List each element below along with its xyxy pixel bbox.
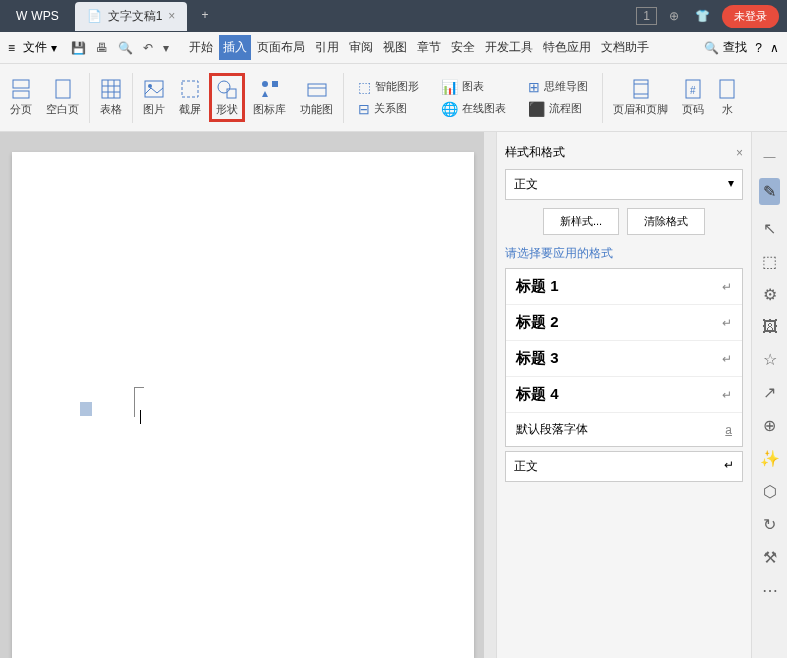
tab-security[interactable]: 安全 [447, 35, 479, 60]
menubar-right: 🔍 查找 ? ∧ [704, 39, 779, 56]
pagenum-icon: # [682, 78, 704, 100]
svg-marker-15 [262, 91, 268, 97]
print-icon[interactable]: 🖶 [94, 39, 110, 57]
style-marker-icon: ↵ [722, 316, 732, 330]
watermark-button[interactable]: 水 [712, 74, 742, 121]
style-select[interactable]: 正文 ▾ [505, 169, 743, 200]
headerfooter-label: 页眉和页脚 [613, 102, 668, 117]
screenshot-button[interactable]: 截屏 [173, 74, 207, 121]
smartgraphic-button[interactable]: ⬚智能图形 [354, 77, 423, 97]
panel-buttons: 新样式... 清除格式 [505, 208, 743, 235]
image-button[interactable]: 图片 [137, 74, 171, 121]
tab-label: 文字文稿1 [108, 8, 163, 25]
blankpage-button[interactable]: 空白页 [40, 74, 85, 121]
settings-icon[interactable]: ⚙ [763, 285, 777, 304]
mindmap-button[interactable]: ⊞思维导图 [524, 77, 592, 97]
collapse-icon[interactable]: ∧ [770, 41, 779, 55]
preview-icon[interactable]: 🔍 [116, 39, 135, 57]
document-area[interactable] [0, 132, 484, 658]
style-item-heading3[interactable]: 标题 3 ↵ [506, 341, 742, 377]
vertical-scrollbar[interactable] [484, 132, 496, 658]
tab-start[interactable]: 开始 [185, 35, 217, 60]
pagebreak-button[interactable]: 分页 [4, 74, 38, 121]
panel-header: 样式和格式 × [505, 140, 743, 169]
feature-button[interactable]: 功能图 [294, 74, 339, 121]
current-style-item[interactable]: 正文 ↵ [505, 451, 743, 482]
image-icon [143, 78, 165, 100]
style-name: 标题 3 [516, 349, 559, 368]
tab-reference[interactable]: 引用 [311, 35, 343, 60]
table-button[interactable]: 表格 [94, 74, 128, 121]
style-marker-icon: a [725, 423, 732, 437]
tab-devtools[interactable]: 开发工具 [481, 35, 537, 60]
clear-format-button[interactable]: 清除格式 [627, 208, 705, 235]
history-icon[interactable]: ↻ [763, 515, 776, 534]
tab-layout[interactable]: 页面布局 [253, 35, 309, 60]
save-icon[interactable]: 💾 [69, 39, 88, 57]
group-mind: ⊞思维导图 ⬛流程图 [518, 73, 598, 123]
login-button[interactable]: 未登录 [722, 5, 779, 28]
shield-icon[interactable]: ⬡ [763, 482, 777, 501]
add-tab-button[interactable]: + [191, 2, 218, 31]
style-item-heading4[interactable]: 标题 4 ↵ [506, 377, 742, 413]
feature-label: 功能图 [300, 102, 333, 117]
svg-text:#: # [690, 85, 696, 96]
link-icon[interactable]: ⊕ [763, 416, 776, 435]
style-item-heading1[interactable]: 标题 1 ↵ [506, 269, 742, 305]
close-icon[interactable]: × [168, 9, 175, 23]
new-style-button[interactable]: 新样式... [543, 208, 619, 235]
style-item-default-font[interactable]: 默认段落字体 a [506, 413, 742, 446]
document-tab[interactable]: 📄 文字文稿1 × [75, 2, 188, 31]
skin-icon[interactable]: 👕 [691, 5, 714, 27]
gallery-icon[interactable]: 🖼 [762, 318, 778, 336]
cursor-icon[interactable]: ↖ [763, 219, 776, 238]
cloud-icon[interactable]: ⊕ [665, 5, 683, 27]
flowchart-button[interactable]: ⬛流程图 [524, 99, 586, 119]
relation-icon: ⊟ [358, 101, 370, 117]
document-page[interactable] [12, 152, 474, 658]
svg-rect-10 [182, 81, 198, 97]
share-icon[interactable]: ↗ [763, 383, 776, 402]
undo-icon[interactable]: ↶ [141, 39, 155, 57]
app-logo: W WPS [8, 9, 67, 23]
tools-icon[interactable]: ⚒ [763, 548, 777, 567]
search-icon: 🔍 [704, 41, 719, 55]
file-menu[interactable]: 文件 ▾ [17, 35, 63, 60]
tab-helper[interactable]: 文档助手 [597, 35, 653, 60]
shape-button[interactable]: 形状 [209, 73, 245, 122]
chart-button[interactable]: 📊图表 [437, 77, 488, 97]
wps-icon: W [16, 9, 27, 23]
more-icon[interactable]: ⋯ [762, 581, 778, 600]
pencil-icon[interactable]: ✎ [759, 178, 780, 205]
group-smart: ⬚智能图形 ⊟关系图 [348, 73, 429, 123]
tab-view[interactable]: 视图 [379, 35, 411, 60]
hamburger-icon[interactable]: ≡ [8, 41, 15, 55]
tab-insert[interactable]: 插入 [219, 35, 251, 60]
panel-close-icon[interactable]: × [736, 146, 743, 160]
more-icon[interactable]: — [764, 150, 776, 164]
file-label: 文件 [23, 39, 47, 56]
ai-icon[interactable]: ✨ [760, 449, 780, 468]
redo-icon[interactable]: ▾ [161, 39, 171, 57]
relation-button[interactable]: ⊟关系图 [354, 99, 411, 119]
select-icon[interactable]: ⬚ [762, 252, 777, 271]
pagenum-button[interactable]: # 页码 [676, 74, 710, 121]
iconlib-icon [259, 78, 281, 100]
search-button[interactable]: 🔍 查找 [704, 39, 747, 56]
chevron-down-icon: ▾ [728, 176, 734, 190]
tab-review[interactable]: 审阅 [345, 35, 377, 60]
current-style-label: 正文 [514, 458, 538, 475]
iconlib-button[interactable]: 图标库 [247, 74, 292, 121]
smart-icon: ⬚ [358, 79, 371, 95]
counter-badge[interactable]: 1 [636, 7, 657, 25]
titlebar: W WPS 📄 文字文稿1 × + 1 ⊕ 👕 未登录 [0, 0, 787, 32]
onlinechart-button[interactable]: 🌐在线图表 [437, 99, 510, 119]
tab-special[interactable]: 特色应用 [539, 35, 595, 60]
star-icon[interactable]: ☆ [763, 350, 777, 369]
tab-section[interactable]: 章节 [413, 35, 445, 60]
headerfooter-button[interactable]: 页眉和页脚 [607, 74, 674, 121]
menubar: ≡ 文件 ▾ 💾 🖶 🔍 ↶ ▾ 开始 插入 页面布局 引用 审阅 视图 章节 … [0, 32, 787, 64]
style-item-heading2[interactable]: 标题 2 ↵ [506, 305, 742, 341]
help-icon[interactable]: ? [755, 41, 762, 55]
svg-point-11 [218, 81, 230, 93]
